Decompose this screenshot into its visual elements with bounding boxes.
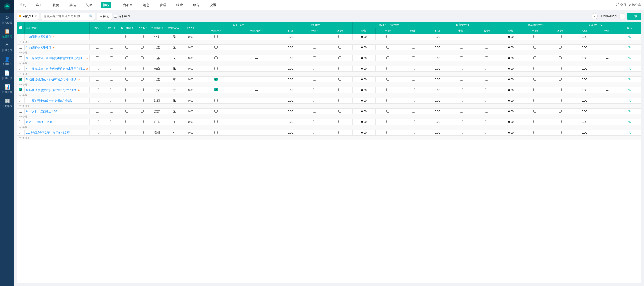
row-checkbox[interactable] [19,46,22,49]
nav-management[interactable]: 管理 [158,2,168,8]
chaoshui-checkbox[interactable] [96,46,99,49]
city-declare-checkbox[interactable] [386,110,389,113]
vat-declare-checkbox[interactable] [313,131,316,134]
huaka-checkbox[interactable] [110,99,113,102]
local-pay-checkbox[interactable] [559,78,562,81]
company-name-cell[interactable]: 7. （原）误删勿改李艳华测试所套新1 [25,98,90,104]
annual-checkbox[interactable] [214,67,218,70]
city-pay-checkbox[interactable] [412,46,415,49]
row-checkbox[interactable] [19,88,22,91]
row-checkbox[interactable] [19,56,22,59]
huaka-checkbox[interactable] [110,35,113,38]
edu-declare-checkbox[interactable] [460,120,463,123]
filed-checkbox[interactable] [141,78,144,81]
vat-pay-checkbox[interactable] [338,99,341,102]
sidebar-item-tax-records[interactable]: 📄 报税记录 [0,68,14,82]
vat-pay-checkbox[interactable] [338,78,341,81]
chaoshui-checkbox[interactable] [96,110,99,113]
city-declare-checkbox[interactable] [386,120,389,123]
sidebar-item-batch-tax[interactable]: 📋 批量报税 [0,27,14,41]
annual-checkbox[interactable] [214,110,218,113]
select-all-checkbox[interactable] [19,26,22,29]
edu-pay-checkbox[interactable] [485,35,488,38]
confirm-checkbox[interactable] [125,131,128,134]
confirm-checkbox[interactable] [125,46,128,49]
row-checkbox[interactable] [19,131,22,134]
chaoshui-checkbox[interactable] [96,120,99,123]
company-name-cell[interactable]: 9. 2013（陶美芳勿删） [25,119,90,125]
company-name-cell[interactable]: 1. 勿删新锐网络通信⊘ [25,34,90,40]
sidebar-item-tax-overview[interactable]: 👁 报税总览 [0,41,14,54]
vat-pay-checkbox[interactable] [338,35,341,38]
edu-pay-checkbox[interactable] [485,67,488,70]
list-checkbox[interactable] [114,15,117,18]
edit-action-icon[interactable]: ✎ [628,99,631,103]
confirm-checkbox[interactable] [125,120,128,123]
vat-declare-checkbox[interactable] [313,56,316,59]
nav-billing[interactable]: 收费 [51,2,61,8]
city-declare-checkbox[interactable] [386,88,389,91]
filter-button[interactable]: ▽ 筛选 [97,13,112,20]
filed-checkbox[interactable] [141,35,144,38]
edu-pay-checkbox[interactable] [485,46,488,49]
annual-checkbox[interactable] [214,99,218,102]
huaka-checkbox[interactable] [110,67,113,70]
edit-action-icon[interactable]: ✎ [628,45,631,49]
vat-pay-checkbox[interactable] [338,67,341,70]
vat-declare-checkbox[interactable] [313,88,316,91]
list-btn[interactable]: 名下标表 [114,14,130,19]
nav-settings[interactable]: 设置 [208,2,218,8]
chaoshui-checkbox[interactable] [96,78,99,81]
vat-declare-checkbox[interactable] [313,67,316,70]
edu-declare-checkbox[interactable] [460,131,463,134]
annual-checkbox[interactable] [214,35,218,38]
annual-checkbox[interactable] [214,88,218,91]
local-declare-checkbox[interactable] [533,131,536,134]
city-pay-checkbox[interactable] [412,78,415,81]
employee-select[interactable]: 全部员工 ▾ [17,13,39,20]
annual-checkbox[interactable] [214,46,218,49]
city-declare-checkbox[interactable] [386,131,389,134]
company-name-cell[interactable]: 4. （库存核算）直播畅捷通信息技术股份有限…⊘ [25,66,90,72]
city-pay-checkbox[interactable] [412,99,415,102]
edu-declare-checkbox[interactable] [460,78,463,81]
filed-checkbox[interactable] [141,110,144,113]
chaoshui-checkbox[interactable] [96,99,99,102]
edit-action-icon[interactable]: ✎ [628,35,631,39]
row-checkbox[interactable] [19,78,22,81]
city-declare-checkbox[interactable] [386,46,389,49]
filed-checkbox[interactable] [141,131,144,134]
edit-action-icon[interactable]: ✎ [628,120,631,124]
edu-pay-checkbox[interactable] [485,110,488,113]
vat-pay-checkbox[interactable] [338,131,341,134]
city-declare-checkbox[interactable] [386,78,389,81]
confirm-checkbox[interactable] [125,35,128,38]
vat-declare-checkbox[interactable] [313,35,316,38]
filed-checkbox[interactable] [141,67,144,70]
city-declare-checkbox[interactable] [386,56,389,59]
row-checkbox[interactable] [19,67,22,70]
annual-checkbox[interactable] [214,56,218,59]
filed-checkbox[interactable] [141,99,144,102]
edit-action-icon[interactable]: ✎ [628,131,631,135]
nav-messages[interactable]: 消息 [141,2,151,8]
city-declare-checkbox[interactable] [386,99,389,102]
row-checkbox[interactable] [19,110,22,113]
city-declare-checkbox[interactable] [386,35,389,38]
chaoshui-checkbox[interactable] [96,88,99,91]
local-declare-checkbox[interactable] [533,46,536,49]
edu-declare-checkbox[interactable] [460,110,463,113]
local-pay-checkbox[interactable] [559,56,562,59]
row-checkbox[interactable] [19,99,22,102]
nav-home[interactable]: 首页 [17,2,28,8]
fullscreen-btn[interactable]: ⛶ 全屏 [616,3,626,7]
huaka-checkbox[interactable] [110,78,113,81]
company-name-cell[interactable]: 2. 勿删新锐网络通信⊘ [25,45,90,50]
next-page-button[interactable]: › [619,13,625,19]
edu-declare-checkbox[interactable] [460,67,463,70]
local-declare-checkbox[interactable] [533,110,536,113]
nav-tax[interactable]: 报税 [101,2,111,8]
company-name-cell[interactable]: 8. （勿删）江西股金-LSS [25,109,90,114]
city-pay-checkbox[interactable] [412,67,415,70]
local-declare-checkbox[interactable] [533,35,536,38]
